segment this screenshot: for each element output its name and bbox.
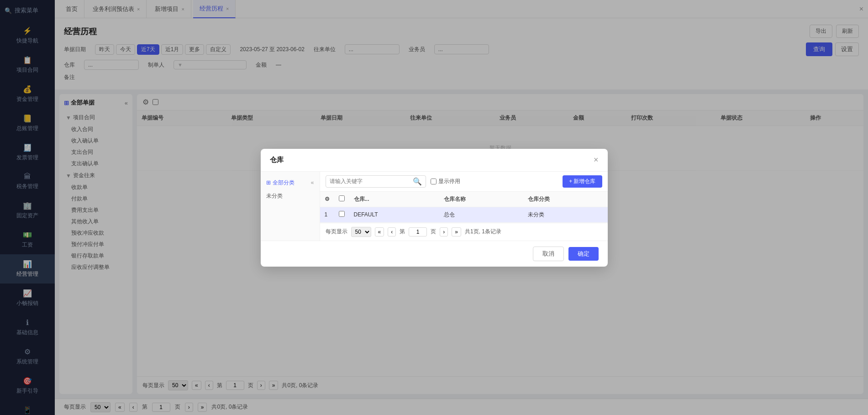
modal-page-label-pre: 第 [400, 228, 405, 236]
grid-icon-modal: ⊞ [266, 179, 271, 186]
modal-total-text: 共1页, 1条记录 [465, 228, 501, 236]
modal-close-btn[interactable]: × [594, 155, 599, 165]
modal-per-page-select[interactable]: 50 [351, 227, 371, 237]
modal-category-header[interactable]: ⊞ 全部分类 « [261, 176, 320, 189]
modal-per-page-label: 每页显示 [326, 228, 347, 236]
modal-search-icon: 🔍 [413, 177, 422, 186]
confirm-button[interactable]: 确定 [568, 247, 599, 261]
show-disabled-checkbox[interactable] [431, 179, 437, 184]
row-index: 1 [320, 207, 334, 222]
show-disabled-label[interactable]: 显示停用 [431, 178, 460, 185]
modal-actions: 取消 确定 [261, 241, 608, 267]
modal-page-label: 页 [431, 228, 436, 236]
collapse-modal-icon[interactable]: « [311, 179, 314, 186]
modal-last-btn[interactable]: » [452, 227, 461, 236]
modal-left-panel: ⊞ 全部分类 « 未分类 [261, 172, 320, 241]
row-name: 总仓 [439, 207, 523, 222]
modal-body: ⊞ 全部分类 « 未分类 🔍 显示停用 [261, 172, 608, 241]
select-all-warehouse[interactable] [339, 195, 345, 201]
modal-pagination: 每页显示 50 « ‹ 第 页 › » 共1页, 1条记录 [320, 223, 608, 241]
modal-category-list: 未分类 [261, 189, 320, 236]
col-check [334, 192, 349, 207]
cancel-button[interactable]: 取消 [533, 247, 564, 261]
row-category: 未分类 [523, 207, 607, 222]
col-gear: ⚙ [320, 192, 334, 207]
col-warehouse-name: 仓库名称 [439, 192, 523, 207]
all-category-label: 全部分类 [273, 179, 295, 187]
row-checkbox-1[interactable] [339, 211, 345, 217]
col-warehouse-code: 仓库... [349, 192, 440, 207]
modal-first-btn[interactable]: « [375, 227, 384, 236]
modal-page-input[interactable] [409, 227, 427, 236]
show-disabled-text: 显示停用 [438, 178, 460, 185]
modal-search-box[interactable]: 🔍 [326, 175, 426, 188]
modal-next-btn[interactable]: › [440, 227, 448, 236]
modal-overlay: 仓库 × ⊞ 全部分类 « 未分类 [0, 0, 868, 415]
modal-right-panel: 🔍 显示停用 + 新增仓库 ⚙ [320, 172, 608, 241]
warehouse-modal: 仓库 × ⊞ 全部分类 « 未分类 [261, 149, 608, 267]
add-warehouse-button[interactable]: + 新增仓库 [563, 175, 602, 188]
row-code: DEFAULT [349, 207, 440, 222]
modal-table-container: ⚙ 仓库... 仓库名称 仓库分类 1 DEFAULT [320, 192, 608, 223]
modal-header: 仓库 × [261, 149, 608, 172]
warehouse-table: ⚙ 仓库... 仓库名称 仓库分类 1 DEFAULT [320, 192, 608, 223]
modal-prev-btn[interactable]: ‹ [388, 227, 396, 236]
col-warehouse-category: 仓库分类 [523, 192, 607, 207]
modal-search-input[interactable] [330, 178, 411, 184]
modal-title: 仓库 [270, 156, 284, 164]
warehouse-row-1[interactable]: 1 DEFAULT 总仓 未分类 [320, 207, 608, 222]
row-check[interactable] [334, 207, 349, 222]
modal-toolbar: 🔍 显示停用 + 新增仓库 [320, 172, 608, 192]
modal-category-unclassified[interactable]: 未分类 [261, 189, 320, 203]
